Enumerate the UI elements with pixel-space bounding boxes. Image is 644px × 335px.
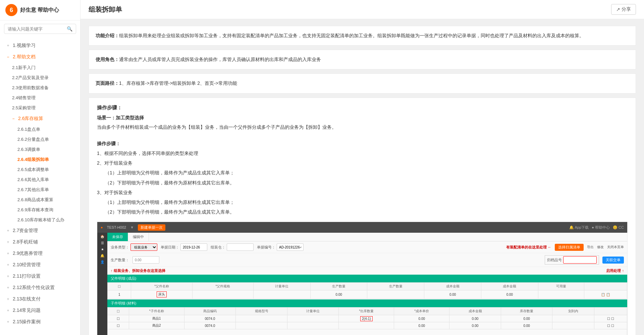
sidebar-item-manage[interactable]: + 2.10经营管理 [0,259,80,271]
app-tabs: 未保存 编辑中 [107,233,627,241]
sidebar-subitem-assembly[interactable]: 2.6.4组装拆卸单 [0,155,80,165]
app-btn-export[interactable]: 导出 [587,245,594,249]
col-b-checkbox: ☐ [108,308,129,315]
plus-icon-cases: + [5,319,11,325]
sidebar-subitem-data[interactable]: 2.3使用前数据准备 [0,83,80,93]
search-input[interactable] [8,26,67,32]
app-field-date: 单据日期： [161,243,207,251]
share-button[interactable]: ↗ 分享 [611,4,636,15]
sidebar-subitem-check[interactable]: 2.6.9库存账本查询 [0,205,80,215]
sidebar-subitem-install[interactable]: 2.2产品安装及登录 [0,73,80,83]
sidebar-item-cases[interactable]: + 2.15操作案例 [0,316,80,328]
search-icon[interactable]: 🔍 [67,26,72,32]
app-code-input[interactable] [277,243,304,251]
app-search-input[interactable] [563,256,597,264]
col-parent-name: *父件名称 [131,283,192,290]
sidebar-subitem-sales[interactable]: 2.4销售管理 [0,93,80,103]
col-action [584,283,627,290]
step1: 1、根据不同的业务，选择不同单据的类型来处理 [97,149,628,158]
col-b-cost: *成本单价 [394,308,449,315]
nav-tree: + 1.视频学习 − 2.帮助文档 2.1新手入门 2.2产品安装及登录 2.3… [0,37,80,335]
sidebar-item-online[interactable]: + 2.13在线支付 [0,293,80,305]
col-unit: 计量单位 [253,283,310,290]
plus-icon-mobile: + [5,239,11,245]
sidebar-subitem-purchase[interactable]: 2.5采购管理 [0,103,80,113]
sidebar-item-print[interactable]: + 2.11打印设置 [0,271,80,282]
app-left-icons: 🏠 ☰ ★ 🔔 👤 [97,233,107,335]
sidebar-item-video[interactable]: + 1.视频学习 [0,40,80,51]
plus-icon-print: + [5,274,11,279]
col-b-stock: 库存数量 [501,308,552,315]
table-row-bottom-1: ☐ 商品1 0074.0 2(4-1) 0.00 0.00 0.00 [108,315,627,322]
sidebar-subitem-wrong[interactable]: 2.6.10库存账本错了么办 [0,215,80,225]
table-row-bottom-3 [108,329,627,335]
plus-icon-online: + [5,296,11,302]
col-available: 可用量 [538,283,584,290]
col-b-action [594,308,627,315]
scene1-desc: 当由多个子件材料组装成一个成品的业务为【组装】业务，当由一个父件拆分成多个子产品… [97,123,628,131]
main-content-block: 操作步骤： 场景一：加工类型选择 当由多个子件材料组装成一个成品的业务为【组装】… [89,98,636,335]
plus-icon-faq: + [5,308,11,313]
annotation-1: 有装配清单的在这里处理 ← [506,245,551,250]
col-produce-qty2: 生产数量 [367,283,424,290]
app-btn-confirm[interactable]: 关联交单 [602,257,624,264]
app-logo: ● [101,225,103,229]
plus-icon: + [5,43,11,48]
sidebar: 6 好生意 帮助中心 🔍 + 1.视频学习 − 2.帮助文档 2.1新手入门 2… [0,0,80,335]
feature-intro-text: 组装拆卸单用来处理企业组装或拆卸等加工业务，支持有固定装配清单的产品加工业务，也… [119,33,584,38]
sidebar-subitem-otherin[interactable]: 2.6.6其他入库单 [0,175,80,185]
app-icon-person[interactable]: 👤 [100,260,104,264]
app-icon-home[interactable]: 🏠 [100,235,104,238]
search-box[interactable]: 🔍 [4,24,76,34]
path-text: 1、库存核算->库存管理->组装拆卸单 2、首页->常用功能 [119,80,237,86]
ops-title: 操作步骤： [97,105,628,111]
sidebar-subitem-stocktake[interactable]: 2.6.1盘点单 [0,124,80,134]
sidebar-item-personalize[interactable]: + 2.12系统个性化设置 [0,282,80,293]
step3-1: （1）上部明细为父件明细，最终作为原材料生成其它出库单； [97,198,628,207]
sidebar-item-mobile[interactable]: + 2.8手机旺铺 [0,236,80,248]
sidebar-subitem-cost[interactable]: 2.6.5成本调整单 [0,165,80,175]
sidebar-header: 6 好生意 帮助中心 [0,0,80,20]
col-checkbox: ☐ [108,283,131,290]
app-icon-bell[interactable]: 🔔 [100,254,104,258]
app-btn-edit[interactable]: 修改 [597,245,604,249]
role-label: 使用角色： [96,57,119,62]
app-new-btn[interactable]: 新建单据一次 [138,224,165,231]
sidebar-subitem-adjust[interactable]: 2.6.3调拨单 [0,145,80,155]
app-warehouse-input[interactable] [227,243,254,251]
sidebar-subitem-new[interactable]: 2.1新手入门 [0,63,80,73]
app-icon-star[interactable]: ★ [101,247,104,251]
app-body: 🏠 ☰ ★ 🔔 👤 未保存 编辑中 [97,233,627,335]
app-qty-input[interactable] [132,256,159,264]
step2-2: （2）下部明细为子件明细，最终作为原材料生成其它出库单。 [97,179,628,187]
sidebar-subitem-otherout[interactable]: 2.6.7其他出库单 [0,185,80,195]
step2: 2、对于组装业务 [97,159,628,167]
col-cost-amt: 成本金额 [424,283,481,290]
app-tab-unsaved[interactable]: 未保存 [107,233,128,241]
app-btn-select-list[interactable]: 选择归属清单 [555,244,584,251]
role-block: 使用角色：通常由生产人员或库管人员完成拆装业务的操作，库管人员确认原材料的出库和… [89,50,636,69]
sidebar-item-capital[interactable]: + 2.7资金管理 [0,225,80,236]
sidebar-item-inventory[interactable]: − 2.6库存核算 [0,113,80,124]
col-parent-spec: *父件规格 [192,283,253,290]
app-qty-label: 生产数量： [111,258,129,263]
app-date-input[interactable] [180,243,207,251]
app-main-content: 未保存 编辑中 业务类型： 组装业务 拆卸业务 [107,233,627,335]
app-type-select[interactable]: 组装业务 拆卸业务 [130,243,157,251]
app-type-label: 业务类型： [111,245,129,250]
path-label: 页面路径： [96,80,119,86]
sidebar-item-docs[interactable]: − 2.帮助文档 [0,51,80,63]
app-btn-close[interactable]: 关闭本页单 [607,245,624,249]
sidebar-item-faq[interactable]: + 2.14常见问题 [0,305,80,316]
col-b-unit: 计量单位 [287,308,339,315]
sidebar-item-coupon[interactable]: + 2.9优惠券管理 [0,248,80,259]
logo-icon: 6 [5,4,17,16]
sidebar-subitem-goodscost[interactable]: 2.6.8商品成本重算 [0,195,80,205]
col-b-spec: 规格型号 [236,308,287,315]
app-section-bottom: 子件明细 (材料) [107,299,627,307]
app-table-top: ☐ *父件名称 *父件规格 计量单位 生产数量 生产数量 成本金额 成本金额 可… [107,282,627,299]
ops-subtitle: 操作步骤： [97,141,120,146]
app-icon-list[interactable]: ☰ [101,241,104,245]
sidebar-subitem-split[interactable]: 2.6.2分量盘点单 [0,134,80,145]
app-tab-editing[interactable]: 编辑中 [128,233,149,241]
